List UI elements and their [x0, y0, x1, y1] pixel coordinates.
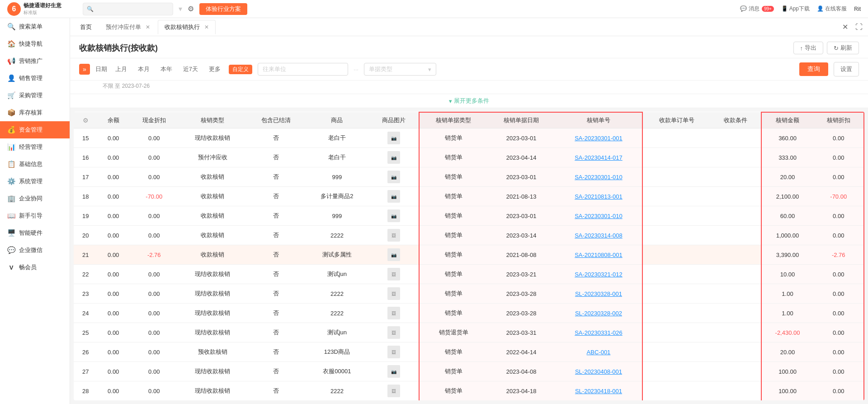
- cell-cancel-type: 收款核销: [179, 226, 247, 245]
- product-thumbnail: 📷: [387, 209, 400, 222]
- tab-prepay[interactable]: 预付冲应付单 ✕: [99, 20, 157, 34]
- settings-icon[interactable]: ⚙: [188, 5, 194, 13]
- cell-num: 15: [74, 128, 98, 148]
- cell-cancel-bill-no[interactable]: SA-20230301-001: [555, 128, 642, 148]
- tab-receipt-close[interactable]: ✕: [204, 24, 209, 30]
- tab-receipt[interactable]: 收款核销执行 ✕: [158, 20, 216, 34]
- filter-this-year-btn[interactable]: 本年: [158, 64, 175, 74]
- query-btn[interactable]: 查询: [799, 62, 828, 76]
- tab-home[interactable]: 首页: [74, 20, 98, 34]
- sidebar-item-guide[interactable]: 📖 新手引导: [0, 207, 70, 224]
- cell-cash-discount: 0.00: [129, 362, 179, 381]
- table-area[interactable]: ⚙ 余额 现金折扣 核销类型 包含已结清 商品 商品图片 核销单据类型 核销单据…: [74, 112, 864, 400]
- sidebar-item-finance[interactable]: 💰 资金管理: [0, 121, 70, 138]
- message-link[interactable]: 💬 消息 99+: [740, 5, 774, 13]
- sidebar-item-quicknav[interactable]: 🏠 快捷导航: [0, 35, 70, 52]
- refresh-btn[interactable]: ↻ 刷新: [827, 42, 859, 54]
- sidebar-item-system[interactable]: ⚙️ 系统管理: [0, 173, 70, 190]
- tab-bar-right: ✕ ⛶: [840, 21, 864, 33]
- cell-num: 18: [74, 187, 98, 206]
- cell-receipt-order-no: [642, 206, 711, 226]
- sidebar-item-purchase[interactable]: 🛒 采购管理: [0, 87, 70, 104]
- cell-product-img: 📷: [369, 148, 419, 167]
- cell-receipt-order-no: [642, 167, 711, 187]
- sidebar-item-member[interactable]: V 畅会员: [0, 259, 70, 276]
- cell-receipt-order-no: [642, 323, 711, 342]
- cell-balance: 0.00: [98, 206, 129, 226]
- trial-btn[interactable]: 体验行业方案: [199, 3, 247, 15]
- tab-prepay-label: 预付冲应付单: [106, 23, 141, 31]
- sidebar-item-sales[interactable]: 👤 销售管理: [0, 70, 70, 87]
- cell-cancel-type: 预收款核销: [179, 342, 247, 362]
- cell-cancel-bill-no[interactable]: SA-20230301-010: [555, 206, 642, 226]
- cell-cancel-bill-no[interactable]: SL-20230408-001: [555, 362, 642, 381]
- filter-last-month-btn[interactable]: 上月: [113, 64, 130, 74]
- cell-balance: 0.00: [98, 342, 129, 362]
- sidebar-item-basic[interactable]: 📋 基础信息: [0, 156, 70, 173]
- cell-num: 20: [74, 226, 98, 245]
- tab-prepay-close[interactable]: ✕: [146, 24, 150, 30]
- cell-num: 17: [74, 167, 98, 187]
- sidebar-item-hardware[interactable]: 🖥️ 智能硬件: [0, 224, 70, 242]
- th-settings[interactable]: ⚙: [74, 112, 98, 128]
- cell-cancel-amount: 100.00: [761, 381, 814, 401]
- th-cancel-amount: 核销金额: [761, 112, 814, 128]
- cell-product-img: 📷: [369, 187, 419, 206]
- cell-receipt-order-no: [642, 284, 711, 304]
- top-search-bar[interactable]: 🔍: [83, 3, 173, 15]
- cell-cancel-bill-no[interactable]: SA-20230414-017: [555, 148, 642, 167]
- tab-bar: 首页 预付冲应付单 ✕ 收款核销执行 ✕ ✕ ⛶: [70, 18, 868, 36]
- cell-cash-discount: 0.00: [129, 342, 179, 362]
- cell-cash-discount: -70.00: [129, 187, 179, 206]
- settings-btn[interactable]: 设置: [834, 62, 859, 76]
- cell-receipt-condition: [711, 342, 761, 362]
- finance-icon: 💰: [7, 126, 15, 134]
- filter-unit-input[interactable]: 往来单位: [258, 63, 348, 76]
- online-service-link[interactable]: 👤 在线客服: [817, 5, 847, 13]
- sidebar-label-wechat: 企业微信: [19, 246, 42, 254]
- cell-cancel-bill-no[interactable]: SA-20210808-001: [555, 245, 642, 265]
- cell-cancel-bill-no[interactable]: SA-20230321-012: [555, 265, 642, 284]
- cell-include-settled: 否: [246, 304, 305, 323]
- cell-cancel-amount: 333.00: [761, 148, 814, 167]
- filter-toggle-btn[interactable]: »: [79, 64, 90, 75]
- cell-cancel-bill-no[interactable]: SL-20230328-001: [555, 284, 642, 304]
- wechat-icon: 💬: [7, 246, 15, 254]
- cell-num: 23: [74, 284, 98, 304]
- cell-cancel-bill-no[interactable]: SA-20230331-026: [555, 323, 642, 342]
- dropdown-arrow[interactable]: ▾: [179, 5, 182, 13]
- cell-cancel-amount: 100.00: [761, 362, 814, 381]
- cell-include-settled: 否: [246, 148, 305, 167]
- cell-cancel-discount: 0.00: [813, 265, 864, 284]
- filter-this-month-btn[interactable]: 本月: [135, 64, 152, 74]
- cell-cancel-bill-no[interactable]: SL-20230418-001: [555, 381, 642, 401]
- sidebar-item-inventory[interactable]: 📦 库存核算: [0, 104, 70, 121]
- cell-cancel-bill-no[interactable]: SA-20210813-001: [555, 187, 642, 206]
- filter-more-btn[interactable]: 更多: [206, 64, 223, 74]
- tab-expand-btn[interactable]: ⛶: [854, 21, 864, 33]
- cell-cancel-bill-no[interactable]: SL-20230328-002: [555, 304, 642, 323]
- app-download-link[interactable]: 📱 App下载: [781, 5, 810, 13]
- tab-close-btn[interactable]: ✕: [840, 21, 850, 33]
- filter-last7-btn[interactable]: 近7天: [180, 64, 201, 74]
- cell-cancel-bill-no[interactable]: ABC-001: [555, 342, 642, 362]
- cell-cancel-type: 预付冲应收: [179, 148, 247, 167]
- sidebar-item-search[interactable]: 🔍 搜索菜单: [0, 18, 70, 35]
- cell-cancel-discount: 0.00: [813, 362, 864, 381]
- column-settings-icon[interactable]: ⚙: [83, 117, 89, 124]
- filter-type-select[interactable]: 单据类型 ▾: [364, 63, 436, 76]
- cell-receipt-order-no: [642, 226, 711, 245]
- cell-include-settled: 否: [246, 342, 305, 362]
- refresh-icon: ↻: [834, 45, 839, 52]
- sidebar-item-operations[interactable]: 📊 经营管理: [0, 138, 70, 156]
- cell-cancel-bill-no[interactable]: SA-20230314-008: [555, 226, 642, 245]
- sidebar-item-wechat[interactable]: 💬 企业微信: [0, 242, 70, 259]
- export-btn[interactable]: ↑ 导出: [793, 42, 824, 54]
- cell-product-img: 📷: [369, 128, 419, 148]
- sidebar-item-enterprise[interactable]: 🏢 企业协同: [0, 190, 70, 207]
- filter-custom-btn[interactable]: 自定义: [229, 65, 252, 74]
- expand-more-btn[interactable]: ▾ 展开更多条件: [449, 97, 489, 105]
- tab-home-label: 首页: [80, 23, 92, 31]
- cell-cancel-bill-no[interactable]: SA-20230301-010: [555, 167, 642, 187]
- sidebar-item-marketing[interactable]: 📢 营销推广: [0, 52, 70, 70]
